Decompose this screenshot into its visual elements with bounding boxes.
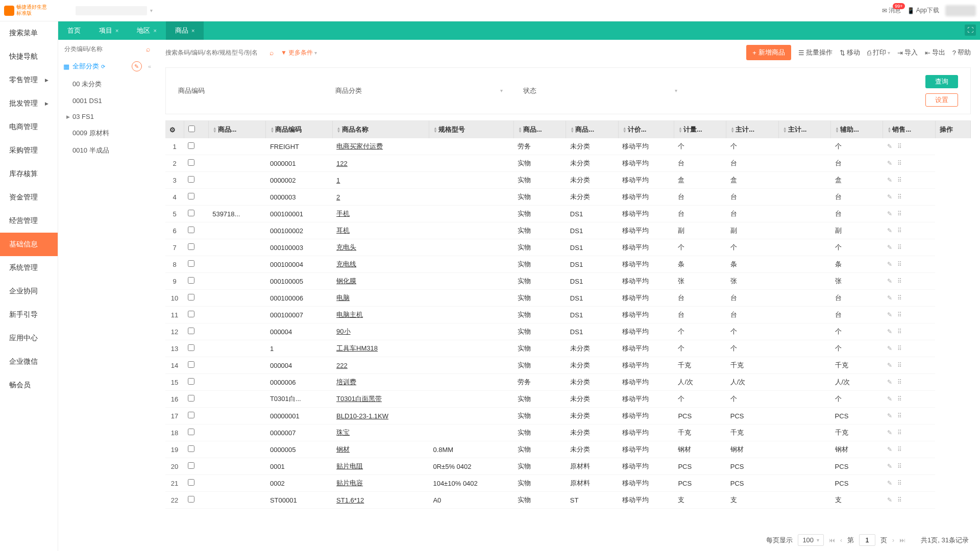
cell-name[interactable]: 222 — [332, 357, 429, 374]
batch-button[interactable]: ☰批量操作 — [798, 48, 832, 57]
code-input[interactable] — [213, 85, 315, 97]
sidebar-item[interactable]: 畅会员 — [0, 373, 58, 397]
row-checkbox[interactable] — [184, 374, 208, 391]
edit-icon[interactable]: ✎ — [887, 345, 892, 352]
export-button[interactable]: ⇤导出 — [925, 48, 945, 57]
edit-icon[interactable]: ✎ — [887, 227, 892, 234]
row-checkbox[interactable] — [184, 273, 208, 290]
more-icon[interactable]: ⠿ — [897, 143, 902, 150]
row-checkbox[interactable] — [184, 138, 208, 155]
select-all-header[interactable] — [184, 121, 208, 138]
more-icon[interactable]: ⠿ — [897, 278, 902, 285]
cell-name[interactable]: 培训费 — [332, 374, 429, 391]
edit-icon[interactable]: ✎ — [887, 261, 892, 268]
all-categories-link[interactable]: 全部分类⟳ — [72, 62, 105, 71]
tree-item[interactable]: ▶03 FS1 — [58, 109, 156, 124]
first-page-button[interactable]: ⏮ — [829, 537, 835, 544]
row-checkbox[interactable] — [184, 424, 208, 441]
cell-name[interactable]: 122 — [332, 155, 429, 172]
more-icon[interactable]: ⠿ — [897, 227, 902, 234]
edit-icon[interactable]: ✎ — [887, 177, 892, 184]
edit-icon[interactable]: ✎ — [887, 143, 892, 150]
page-input[interactable] — [859, 534, 875, 546]
cell-name[interactable]: 耳机 — [332, 222, 429, 239]
fullscreen-button[interactable]: ⛶ — [965, 24, 976, 36]
row-checkbox[interactable] — [184, 441, 208, 458]
edit-icon[interactable]: ✎ — [887, 328, 892, 335]
last-page-button[interactable]: ⏭ — [899, 537, 905, 544]
column-header[interactable]: 操作 — [935, 121, 970, 138]
cell-name[interactable]: 钢材 — [332, 441, 429, 458]
edit-icon[interactable]: ✎ — [887, 210, 892, 217]
edit-icon[interactable]: ✎ — [887, 244, 892, 251]
cell-name[interactable]: 贴片电阻 — [332, 458, 429, 475]
app-download-button[interactable]: 📱 App下载 — [907, 6, 939, 15]
row-checkbox[interactable] — [184, 323, 208, 340]
per-page-select[interactable]: 100▾ — [798, 534, 824, 546]
row-checkbox[interactable] — [184, 189, 208, 206]
sidebar-search[interactable]: 搜索菜单 — [0, 21, 58, 45]
edit-icon[interactable]: ✎ — [887, 379, 892, 386]
row-checkbox[interactable] — [184, 492, 208, 509]
more-icon[interactable]: ⠿ — [897, 395, 902, 403]
sidebar-item[interactable]: 企业微信 — [0, 350, 58, 373]
row-checkbox[interactable] — [184, 357, 208, 374]
cell-name[interactable]: ST1.6*12 — [332, 492, 429, 509]
tree-item[interactable]: 00 未分类 — [58, 76, 156, 93]
search-icon[interactable]: ⌕ — [146, 45, 150, 53]
close-icon[interactable]: × — [115, 28, 118, 34]
edit-icon[interactable]: ✎ — [887, 160, 892, 167]
edit-icon[interactable]: ✎ — [887, 395, 892, 403]
cell-name[interactable]: 电脑 — [332, 290, 429, 307]
company-selector[interactable]: ▾ — [76, 6, 153, 15]
column-header[interactable]: ▲▼主计... — [778, 121, 830, 138]
column-header[interactable]: ▲▼商品名称 — [332, 121, 429, 138]
messages-button[interactable]: ✉ 消息 99+ — [882, 6, 901, 15]
more-icon[interactable]: ⠿ — [897, 328, 902, 335]
row-checkbox[interactable] — [184, 307, 208, 323]
sidebar-item[interactable]: 系统管理 — [0, 256, 58, 280]
more-icon[interactable]: ⠿ — [897, 362, 902, 369]
cell-name[interactable]: 充电头 — [332, 239, 429, 256]
row-checkbox[interactable] — [184, 391, 208, 408]
more-icon[interactable]: ⠿ — [897, 446, 902, 453]
more-icon[interactable]: ⠿ — [897, 177, 902, 184]
collapse-tree-icon[interactable]: « — [148, 63, 151, 69]
cell-name[interactable]: 珠宝 — [332, 424, 429, 441]
row-checkbox[interactable] — [184, 239, 208, 256]
cell-name[interactable]: T0301白面黑带 — [332, 391, 429, 408]
category-select[interactable]: ▾ — [370, 85, 503, 97]
cell-name[interactable]: 贴片电容 — [332, 475, 429, 492]
row-checkbox[interactable] — [184, 172, 208, 189]
more-icon[interactable]: ⠿ — [897, 160, 902, 167]
column-header[interactable]: ▲▼计量... — [674, 121, 726, 138]
column-header[interactable]: ▲▼主计... — [726, 121, 778, 138]
more-icon[interactable]: ⠿ — [897, 294, 902, 302]
sidebar-item[interactable]: 快捷导航 — [0, 45, 58, 68]
edit-icon[interactable]: ✎ — [887, 412, 892, 419]
row-checkbox[interactable] — [184, 458, 208, 475]
row-checkbox[interactable] — [184, 222, 208, 239]
table-scroll[interactable]: ⚙ ▲▼商品...▲▼商品编码▲▼商品名称▲▼规格型号▲▼商品...▲▼商品..… — [165, 120, 971, 529]
settings-button[interactable]: 设置 — [925, 93, 958, 107]
edit-icon[interactable]: ✎ — [887, 496, 892, 504]
edit-icon[interactable]: ✎ — [887, 463, 892, 470]
edit-icon[interactable]: ✎ — [887, 193, 892, 201]
tree-item[interactable]: 0001 DS1 — [58, 93, 156, 109]
more-icon[interactable]: ⠿ — [897, 463, 902, 470]
row-checkbox[interactable] — [184, 408, 208, 424]
cell-name[interactable]: 1 — [332, 172, 429, 189]
edit-icon[interactable]: ✎ — [887, 311, 892, 318]
move-button[interactable]: ⇅移动 — [840, 48, 860, 57]
row-checkbox[interactable] — [184, 340, 208, 357]
cell-name[interactable]: 90小 — [332, 323, 429, 340]
sidebar-item[interactable]: 零售管理▶ — [0, 68, 58, 92]
row-checkbox[interactable] — [184, 206, 208, 222]
prev-page-button[interactable]: ‹ — [840, 537, 842, 544]
more-icon[interactable]: ⠿ — [897, 379, 902, 386]
cell-name[interactable]: 电商买家付运费 — [332, 138, 429, 155]
sidebar-item[interactable]: 批发管理▶ — [0, 92, 58, 115]
query-button[interactable]: 查询 — [925, 75, 958, 88]
column-header[interactable]: ▲▼销售... — [883, 121, 935, 138]
print-button[interactable]: ⎙打印▾ — [867, 48, 890, 57]
